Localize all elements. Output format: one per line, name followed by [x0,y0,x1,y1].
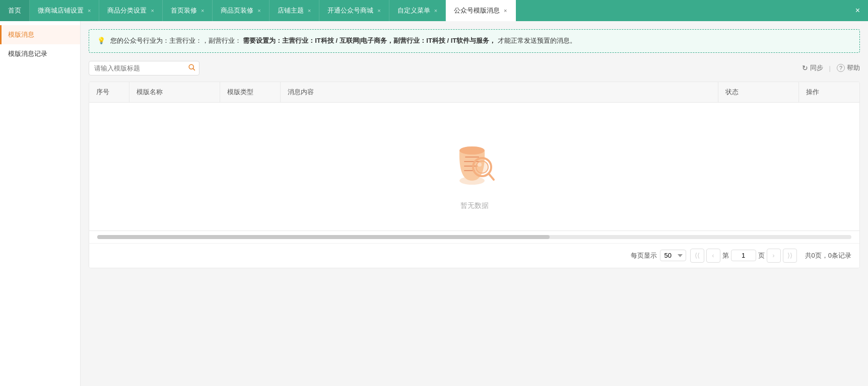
close-template-msg[interactable]: × [504,8,507,14]
top-nav: 首页 微商城店铺设置 × 商品分类设置 × 首页装修 × 商品页装修 × 店铺主… [0,0,868,21]
scrollbar-thumb[interactable] [97,235,550,239]
sync-icon: ↻ [802,64,808,72]
notice-box: 💡 您的公众号行业为：主营行业：，副营行业： 需要设置为：主营行业：IT科技 /… [89,29,860,53]
tab-store-theme-label: 店铺主题 [278,6,304,15]
tab-wechat-store-label: 微商城店铺设置 [38,6,84,15]
svg-point-9 [476,161,488,173]
tab-template-msg-label: 公众号模版消息 [454,6,500,15]
page-size-select[interactable]: 50 10 20 100 [660,250,686,261]
search-button[interactable] [188,63,195,72]
tab-wechat-store[interactable]: 微商城店铺设置 × [30,0,99,21]
tab-product-category[interactable]: 商品分类设置 × [99,0,162,21]
first-page-button[interactable]: ⟨⟨ [690,249,704,263]
page-size-label: 每页显示 [631,251,657,260]
sidebar-item-template-log-label: 模版消息记录 [8,50,47,57]
data-table: 序号 模版名称 模版类型 消息内容 状态 操作 [89,82,860,268]
th-type: 模版类型 [220,82,281,102]
th-status: 状态 [718,82,799,102]
tab-home[interactable]: 首页 [0,0,30,21]
scrollbar-area [89,230,859,243]
sidebar-item-template-msg[interactable]: 模版消息 [0,25,80,44]
th-name: 模版名称 [129,82,220,102]
tab-template-msg[interactable]: 公众号模版消息 × [446,0,515,21]
svg-point-11 [478,163,482,167]
tab-open-mall-label: 开通公众号商城 [327,6,373,15]
search-input-wrap [89,61,199,75]
search-bar: ↻ 同步 | ? 帮助 [89,61,860,75]
notice-text-prefix: 您的公众号行业为：主营行业：，副营行业： [110,37,241,44]
tab-home-deco-label: 首页装修 [171,6,197,15]
pagination: 每页显示 50 10 20 100 ⟨⟨ ‹ 第 页 › ⟩⟩ [89,243,859,268]
th-action: 操作 [799,82,859,102]
prev-page-button[interactable]: ‹ [706,249,720,263]
help-button[interactable]: ? 帮助 [837,63,860,72]
page-label-pre: 第 [722,251,729,260]
global-close-button[interactable]: × [855,6,860,15]
sidebar: 模版消息 模版消息记录 [0,21,81,386]
tab-product-category-label: 商品分类设置 [107,6,147,15]
tab-product-deco[interactable]: 商品页装修 × [213,0,269,21]
current-page-input[interactable] [731,250,756,261]
close-open-mall[interactable]: × [377,8,380,14]
main-layout: 模版消息 模版消息记录 💡 您的公众号行业为：主营行业：，副营行业： 需要设置为… [0,21,868,386]
empty-state: 暂无数据 [89,103,859,230]
close-product-deco[interactable]: × [257,8,260,14]
empty-illustration [444,133,505,193]
sync-label: 同步 [810,63,823,72]
main-content: 💡 您的公众号行业为：主营行业：，副营行业： 需要设置为：主营行业：IT科技 /… [81,21,868,386]
th-index: 序号 [89,82,129,102]
next-page-button[interactable]: › [767,249,781,263]
notice-text-highlight: 需要设置为：主营行业：IT科技 / 互联网|电子商务，副营行业：IT科技 / I… [243,37,496,44]
page-label-post: 页 [758,251,765,260]
svg-line-10 [489,174,494,180]
table-header: 序号 模版名称 模版类型 消息内容 状态 操作 [89,82,859,103]
sync-button[interactable]: ↻ 同步 [802,63,823,72]
last-page-button[interactable]: ⟩⟩ [783,249,797,263]
divider: | [829,64,831,72]
close-home-deco[interactable]: × [201,8,204,14]
empty-text: 暂无数据 [460,201,489,210]
close-store-theme[interactable]: × [308,8,311,14]
notice-text-suffix: 才能正常发送预置的消息。 [498,37,576,44]
svg-line-1 [193,68,194,70]
help-label: 帮助 [847,63,860,72]
close-wechat-store[interactable]: × [88,8,91,14]
close-product-category[interactable]: × [151,8,154,14]
sidebar-item-template-log[interactable]: 模版消息记录 [0,44,80,63]
notice-icon: 💡 [97,37,105,44]
tab-home-label: 首页 [8,6,21,15]
tab-open-mall[interactable]: 开通公众号商城 × [319,0,389,21]
search-left [89,61,199,75]
th-content: 消息内容 [281,82,718,102]
tab-custom-menu-label: 自定义菜单 [397,6,430,15]
sidebar-item-template-msg-label: 模版消息 [8,31,34,38]
search-input[interactable] [89,61,199,75]
page-nav: ⟨⟨ ‹ 第 页 › ⟩⟩ [690,249,797,263]
svg-point-3 [459,146,485,155]
fake-scrollbar[interactable] [97,235,851,239]
page-total: 共0页，0条记录 [805,251,851,260]
help-icon: ? [837,64,845,72]
tab-store-theme[interactable]: 店铺主题 × [270,0,319,21]
tab-custom-menu[interactable]: 自定义菜单 × [389,0,446,21]
search-right: ↻ 同步 | ? 帮助 [802,63,860,72]
page-size-wrap: 每页显示 50 10 20 100 [631,250,686,261]
close-custom-menu[interactable]: × [434,8,437,14]
search-icon [188,63,195,71]
tab-home-deco[interactable]: 首页装修 × [163,0,213,21]
tab-product-deco-label: 商品页装修 [221,6,253,15]
